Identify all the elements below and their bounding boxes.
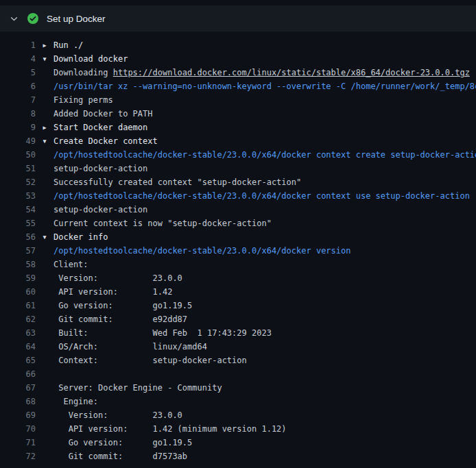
- line-number[interactable]: 4: [0, 52, 36, 66]
- line-number[interactable]: 53: [0, 189, 36, 203]
- marker-spacer: [36, 271, 53, 285]
- line-number[interactable]: 7: [0, 93, 36, 107]
- line-number[interactable]: 62: [0, 312, 36, 326]
- line-number[interactable]: 9: [0, 121, 36, 134]
- line-number[interactable]: 8: [0, 107, 36, 121]
- log-command-text: /opt/hostedtoolcache/docker-stable/23.0.…: [53, 246, 350, 256]
- log-plain-text: Context: setup-docker-action: [53, 356, 247, 365]
- line-number[interactable]: 61: [0, 299, 36, 312]
- marker-spacer: [36, 299, 53, 312]
- log-command-text: /opt/hostedtoolcache/docker-stable/23.0.…: [53, 191, 470, 201]
- log-plain-text: setup-docker-action: [53, 164, 147, 173]
- log-line: 57/opt/hostedtoolcache/docker-stable/23.…: [0, 244, 476, 258]
- marker-spacer: [36, 148, 53, 162]
- line-number[interactable]: 65: [0, 354, 36, 367]
- group-collapsed-icon[interactable]: ▶: [36, 121, 53, 134]
- line-number[interactable]: 58: [0, 258, 36, 271]
- line-number[interactable]: 55: [0, 217, 36, 230]
- log-text: setup-docker-action: [53, 203, 476, 217]
- line-number[interactable]: 57: [0, 244, 36, 258]
- log-line[interactable]: 49▼Create Docker context: [0, 134, 476, 148]
- log-text: /usr/bin/tar xz --warning=no-unknown-key…: [53, 79, 476, 93]
- line-number[interactable]: 6: [0, 79, 36, 93]
- log-plain-text: Start Docker daemon: [53, 123, 147, 132]
- line-number[interactable]: 51: [0, 162, 36, 175]
- log-line: 8Added Docker to PATH: [0, 107, 476, 121]
- log-link[interactable]: https://download.docker.com/linux/static…: [113, 68, 470, 77]
- marker-spacer: [36, 408, 53, 422]
- log-lines: 1▶Run ./4▼Download docker5Downloading ht…: [0, 38, 476, 463]
- log-text: setup-docker-action: [53, 162, 476, 175]
- marker-spacer: [36, 189, 53, 203]
- chevron-down-icon[interactable]: [10, 14, 19, 23]
- log-text: Engine:: [53, 395, 476, 408]
- line-number[interactable]: 59: [0, 271, 36, 285]
- log-line: 64 OS/Arch: linux/amd64: [0, 340, 476, 354]
- log-line: 54setup-docker-action: [0, 203, 476, 217]
- log-line[interactable]: 56▼Docker info: [0, 230, 476, 244]
- log-line[interactable]: 4▼Download docker: [0, 52, 476, 66]
- log-text: API version: 1.42: [53, 285, 476, 299]
- marker-spacer: [36, 258, 53, 271]
- line-number[interactable]: 52: [0, 175, 36, 189]
- log-line: 72 Git commit: d7573ab: [0, 449, 476, 463]
- log-line[interactable]: 9▶Start Docker daemon: [0, 121, 476, 134]
- log-line: 55Current context is now "setup-docker-a…: [0, 217, 476, 230]
- log-text: Go version: go1.19.5: [53, 436, 476, 449]
- line-number[interactable]: 68: [0, 395, 36, 408]
- line-number[interactable]: 49: [0, 134, 36, 148]
- log-plain-text: Create Docker context: [53, 136, 158, 146]
- step-header[interactable]: Set up Docker: [0, 5, 476, 32]
- log-plain-text: Successfully created context "setup-dock…: [53, 177, 301, 187]
- line-number[interactable]: 64: [0, 340, 36, 354]
- line-number[interactable]: 50: [0, 148, 36, 162]
- line-number[interactable]: 72: [0, 449, 36, 463]
- log-line: 61 Go version: go1.19.5: [0, 299, 476, 312]
- log-text: Downloading https://download.docker.com/…: [53, 66, 476, 79]
- log-text: API version: 1.42 (minimum version 1.12): [53, 422, 476, 436]
- line-number[interactable]: 56: [0, 230, 36, 244]
- group-expanded-icon[interactable]: ▼: [36, 52, 53, 66]
- log-plain-text: Run ./: [53, 40, 83, 50]
- log-text: Added Docker to PATH: [53, 107, 476, 121]
- log-line[interactable]: 1▶Run ./: [0, 38, 476, 52]
- log-line: 69 Version: 23.0.0: [0, 408, 476, 422]
- marker-spacer: [36, 395, 53, 408]
- marker-spacer: [36, 79, 53, 93]
- log-line: 6/usr/bin/tar xz --warning=no-unknown-ke…: [0, 79, 476, 93]
- log-text: /opt/hostedtoolcache/docker-stable/23.0.…: [53, 244, 476, 258]
- log-line: 62 Git commit: e92dd87: [0, 312, 476, 326]
- log-plain-text: Git commit: e92dd87: [53, 315, 187, 324]
- line-number[interactable]: 69: [0, 408, 36, 422]
- line-number[interactable]: 54: [0, 203, 36, 217]
- log-line: 66: [0, 367, 476, 381]
- log-plain-text: Version: 23.0.0: [53, 273, 182, 283]
- log-text: Successfully created context "setup-dock…: [53, 175, 476, 189]
- line-number[interactable]: 66: [0, 367, 36, 381]
- log-line: 58Client:: [0, 258, 476, 271]
- step-title: Set up Docker: [47, 14, 106, 24]
- group-collapsed-icon[interactable]: ▶: [36, 38, 53, 52]
- line-number[interactable]: 67: [0, 381, 36, 395]
- line-number[interactable]: 5: [0, 66, 36, 79]
- log-plain-text: Server: Docker Engine - Community: [53, 383, 222, 393]
- log-text: Current context is now "setup-docker-act…: [53, 217, 476, 230]
- group-expanded-icon[interactable]: ▼: [36, 134, 53, 148]
- line-number[interactable]: 60: [0, 285, 36, 299]
- log-plain-text: Built: Wed Feb 1 17:43:29 2023: [53, 328, 272, 338]
- group-expanded-icon[interactable]: ▼: [36, 230, 53, 244]
- marker-spacer: [36, 381, 53, 395]
- line-number[interactable]: 70: [0, 422, 36, 436]
- marker-spacer: [36, 203, 53, 217]
- log-line: 50/opt/hostedtoolcache/docker-stable/23.…: [0, 148, 476, 162]
- log-plain-text: API version: 1.42: [53, 287, 172, 297]
- log-command-text: /opt/hostedtoolcache/docker-stable/23.0.…: [53, 150, 476, 160]
- marker-spacer: [36, 422, 53, 436]
- log-viewer: Set up Docker 1▶Run ./4▼Download docker5…: [0, 5, 476, 468]
- line-number[interactable]: 1: [0, 38, 36, 52]
- log-text: Download docker: [53, 52, 476, 66]
- line-number[interactable]: 71: [0, 436, 36, 449]
- log-line: 70 API version: 1.42 (minimum version 1.…: [0, 422, 476, 436]
- line-number[interactable]: 63: [0, 326, 36, 340]
- log-line: 71 Go version: go1.19.5: [0, 436, 476, 449]
